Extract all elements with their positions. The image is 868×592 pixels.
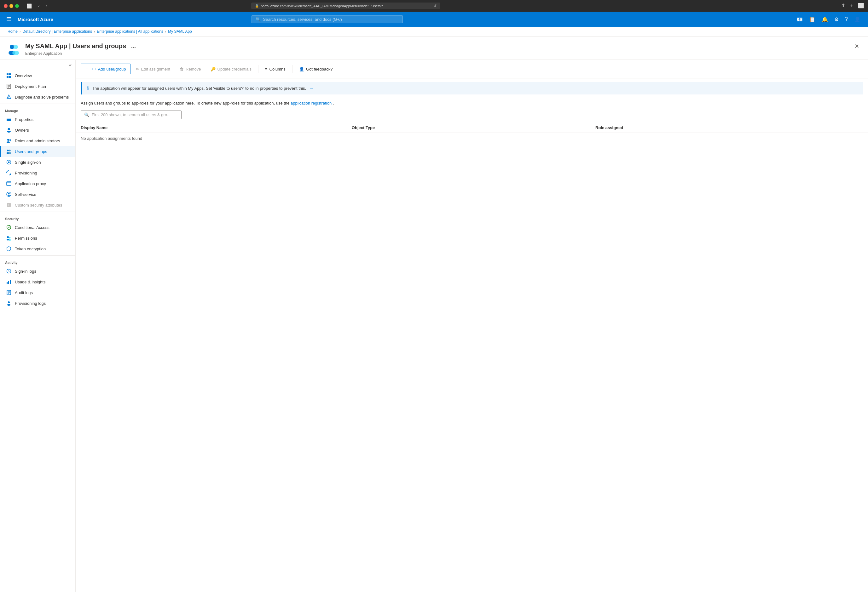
- sidebar-item-usage-insights[interactable]: Usage & insights: [0, 277, 75, 287]
- sidebar-label-users-groups: Users and groups: [15, 149, 47, 154]
- remove-label: Remove: [186, 67, 201, 72]
- sidebar-label-custom-security: Custom security attributes: [15, 203, 62, 208]
- minimize-traffic-light[interactable]: [9, 4, 13, 8]
- bell-icon[interactable]: 🔔: [819, 15, 831, 24]
- sidebar-label-token-encryption: Token encryption: [15, 247, 46, 251]
- app-proxy-icon: [6, 181, 12, 186]
- columns-icon: ≡: [265, 67, 267, 72]
- windows-icon[interactable]: ⬜: [858, 3, 864, 9]
- deployment-plan-icon: [6, 84, 12, 89]
- sidebar-label-roles-admins: Roles and administrators: [15, 138, 60, 143]
- address-bar[interactable]: 🔒 portal.azure.com/#view/Microsoft_AAD_I…: [251, 3, 440, 9]
- sidebar-item-diagnose[interactable]: Diagnose and solve problems: [0, 91, 75, 102]
- sidebar-item-app-proxy[interactable]: Application proxy: [0, 178, 75, 189]
- roles-admins-icon: [6, 138, 12, 144]
- app-logo: Microsoft Azure: [18, 17, 53, 22]
- svg-point-27: [8, 162, 10, 163]
- sidebar: « Overview Deployment Plan Diagnose and …: [0, 60, 76, 592]
- sidebar-item-owners[interactable]: Owners: [0, 125, 75, 135]
- browser-actions: ⬆ ＋ ⬜: [841, 3, 864, 9]
- sidebar-item-deployment-plan[interactable]: Deployment Plan: [0, 81, 75, 91]
- breadcrumb-home[interactable]: Home: [7, 29, 18, 34]
- sidebar-item-single-sign-on[interactable]: Single sign-on: [0, 157, 75, 168]
- sidebar-item-conditional-access[interactable]: Conditional Access: [0, 222, 75, 233]
- share-icon[interactable]: ⬆: [841, 3, 845, 9]
- sidebar-item-properties[interactable]: Properties: [0, 114, 75, 125]
- description-text: Assign users and groups to app-roles for…: [81, 101, 289, 106]
- sidebar-label-deployment-plan: Deployment Plan: [15, 84, 46, 89]
- breadcrumb-enterprise-apps[interactable]: Default Directory | Enterprise applicati…: [22, 29, 92, 34]
- main-layout: « Overview Deployment Plan Diagnose and …: [0, 60, 868, 592]
- feedback-button[interactable]: 👤 Got feedback?: [295, 65, 337, 74]
- svg-rect-46: [10, 280, 11, 284]
- maximize-traffic-light[interactable]: [15, 4, 19, 8]
- app-registration-link[interactable]: application registration: [291, 101, 332, 106]
- browser-nav-controls: ⬜ ‹ ›: [25, 3, 49, 9]
- sidebar-item-users-groups[interactable]: Users and groups: [0, 146, 75, 157]
- info-banner: ℹ The application will appear for assign…: [81, 82, 863, 94]
- sidebar-label-owners: Owners: [15, 128, 29, 133]
- trash-icon: 🗑: [180, 67, 184, 72]
- sidebar-label-self-service: Self-service: [15, 192, 36, 197]
- svg-rect-6: [7, 76, 9, 78]
- update-credentials-button[interactable]: 🔑 Update credentials: [207, 65, 255, 74]
- svg-point-18: [7, 131, 11, 133]
- svg-point-35: [8, 193, 10, 194]
- remove-button[interactable]: 🗑 Remove: [176, 65, 205, 74]
- nav-back[interactable]: ‹: [36, 3, 41, 9]
- sidebar-label-overview: Overview: [15, 74, 32, 78]
- info-arrow[interactable]: →: [309, 86, 313, 91]
- sidebar-item-token-encryption[interactable]: Token encryption: [0, 243, 75, 254]
- reload-icon[interactable]: ↺: [434, 4, 437, 8]
- breadcrumb-sep-2: ›: [94, 30, 95, 33]
- svg-rect-16: [7, 120, 11, 121]
- sidebar-item-audit-logs[interactable]: Audit logs: [0, 287, 75, 298]
- search-icon: 🔍: [255, 17, 261, 22]
- bookmarks-icon[interactable]: 📋: [806, 15, 818, 24]
- sidebar-item-self-service[interactable]: Self-service: [0, 189, 75, 200]
- collapse-icon[interactable]: «: [69, 62, 72, 68]
- table-search-input[interactable]: [92, 112, 178, 117]
- global-search[interactable]: 🔍: [251, 15, 403, 23]
- profile-icon[interactable]: 👤: [852, 15, 863, 24]
- svg-rect-15: [7, 119, 11, 120]
- conditional-access-icon: [6, 224, 12, 230]
- hamburger-menu[interactable]: ☰: [5, 15, 13, 24]
- sidebar-item-overview[interactable]: Overview: [0, 70, 75, 81]
- sidebar-label-usage-insights: Usage & insights: [15, 280, 46, 284]
- overview-icon: [6, 73, 12, 78]
- sidebar-label-sign-in-logs: Sign-in logs: [15, 269, 36, 274]
- settings-icon[interactable]: ⚙: [832, 15, 841, 24]
- notifications-icon[interactable]: 📧: [794, 15, 805, 24]
- close-traffic-light[interactable]: [4, 4, 7, 8]
- properties-icon: [6, 116, 12, 122]
- svg-point-39: [7, 236, 9, 238]
- edit-assignment-button[interactable]: ✏ Edit assignment: [132, 65, 175, 74]
- sidebar-item-provisioning[interactable]: Provisioning: [0, 168, 75, 178]
- search-input[interactable]: [263, 17, 399, 22]
- breadcrumb-sep-1: ›: [19, 30, 21, 33]
- token-encryption-icon: [6, 246, 12, 252]
- sidebar-item-roles-admins[interactable]: Roles and administrators: [0, 135, 75, 146]
- update-credentials-label: Update credentials: [217, 67, 251, 72]
- sidebar-item-sign-in-logs[interactable]: Sign-in logs: [0, 266, 75, 277]
- svg-rect-5: [9, 74, 11, 75]
- add-user-group-button[interactable]: ＋ + + Add user/group: [81, 63, 130, 74]
- more-options-button[interactable]: ...: [130, 41, 137, 51]
- sidebar-item-permissions[interactable]: Permissions: [0, 233, 75, 243]
- help-icon[interactable]: ?: [843, 15, 850, 24]
- sidebar-label-app-proxy: Application proxy: [15, 181, 46, 186]
- svg-point-17: [8, 128, 10, 130]
- close-panel-button[interactable]: ✕: [853, 41, 861, 51]
- columns-button[interactable]: ≡ Columns: [261, 65, 290, 74]
- breadcrumb-all-apps[interactable]: Enterprise applications | All applicatio…: [97, 29, 163, 34]
- nav-forward[interactable]: ›: [44, 3, 49, 9]
- add-tab-icon[interactable]: ＋: [849, 3, 854, 9]
- feedback-icon: 👤: [299, 67, 304, 72]
- sidebar-section-activity: Activity: [0, 257, 75, 266]
- breadcrumb-my-saml-app[interactable]: My SAML App: [168, 29, 192, 34]
- back-button[interactable]: ⬜: [25, 3, 34, 9]
- sidebar-item-provisioning-logs[interactable]: Provisioning logs: [0, 298, 75, 309]
- table-search-box[interactable]: 🔍: [81, 110, 182, 119]
- traffic-lights: [4, 4, 19, 8]
